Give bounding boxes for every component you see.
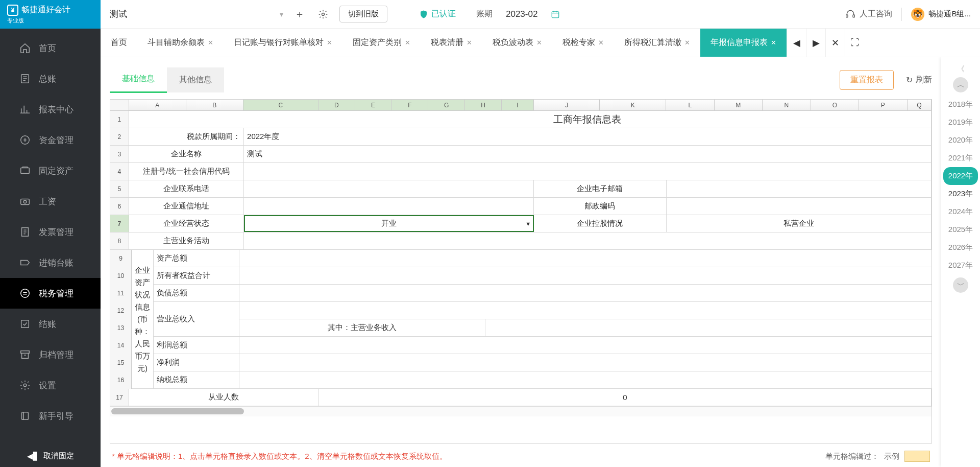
switch-old-version-button[interactable]: 切到旧版 <box>339 6 387 22</box>
row-header-15[interactable]: 15 <box>110 354 132 371</box>
row-header-6[interactable]: 6 <box>110 198 129 215</box>
fullscreen-button[interactable]: ⛶ <box>845 29 864 57</box>
cell[interactable]: 企业控股情况 <box>534 215 667 232</box>
gear-icon[interactable] <box>316 7 330 21</box>
close-icon[interactable]: ✕ <box>771 39 776 46</box>
period-value[interactable]: 2023-02 <box>506 9 537 19</box>
close-icon[interactable]: ✕ <box>684 39 690 46</box>
horizontal-scrollbar[interactable] <box>110 406 932 416</box>
cell[interactable]: 营业总收入 <box>154 302 239 337</box>
row-header-14[interactable]: 14 <box>110 337 132 354</box>
col-header-L[interactable]: L <box>666 100 715 110</box>
tab-8[interactable]: 年报信息申报表✕ <box>700 29 787 57</box>
sidebar-item-setting[interactable]: 设置 <box>0 370 101 401</box>
year-2022年[interactable]: 2022年 <box>943 167 978 185</box>
sheet-body[interactable]: 1工商年报信息表2税款所属期间：2022年度3企业名称测试4注册号/统一社会信用… <box>110 111 932 406</box>
row-header-9[interactable]: 9 <box>110 250 132 267</box>
col-header-M[interactable]: M <box>715 100 763 110</box>
cell[interactable] <box>244 198 534 215</box>
sidebar-item-invoice[interactable]: 发票管理 <box>0 217 101 247</box>
sidebar-item-archive[interactable]: 归档管理 <box>0 339 101 370</box>
row-header-7[interactable]: 7 <box>110 215 129 232</box>
cell[interactable] <box>129 111 244 128</box>
tab-7[interactable]: 所得税汇算清缴✕ <box>614 29 700 57</box>
cell[interactable] <box>244 163 932 180</box>
user-menu[interactable]: 🐯 畅捷通B组... <box>911 8 971 21</box>
col-header-K[interactable]: K <box>600 100 666 110</box>
cell[interactable]: 其中：主营业务收入 <box>239 319 485 336</box>
dropdown-arrow-icon[interactable]: ▼ <box>525 221 531 227</box>
tab-4[interactable]: 税表清册✕ <box>421 29 482 57</box>
row-header-4[interactable]: 4 <box>110 163 129 180</box>
col-header-A[interactable]: A <box>129 100 186 110</box>
consult-button[interactable]: 人工咨询 <box>845 9 892 19</box>
col-header-J[interactable]: J <box>534 100 600 110</box>
tab-0[interactable]: 首页 <box>101 29 137 57</box>
cell[interactable]: 企业电子邮箱 <box>534 180 667 197</box>
row-header-11[interactable]: 11 <box>110 285 132 302</box>
cell[interactable] <box>239 285 932 301</box>
row-header-3[interactable]: 3 <box>110 146 129 162</box>
cell[interactable]: 0 <box>319 389 932 406</box>
col-header-Q[interactable]: Q <box>908 100 932 110</box>
year-2026年[interactable]: 2026年 <box>943 239 978 256</box>
col-header-G[interactable]: G <box>428 100 465 110</box>
col-header-N[interactable]: N <box>763 100 811 110</box>
year-2019年[interactable]: 2019年 <box>943 113 978 131</box>
cell[interactable] <box>239 250 932 267</box>
year-2020年[interactable]: 2020年 <box>943 131 978 149</box>
cell[interactable]: 私营企业 <box>667 215 932 232</box>
close-icon[interactable]: ✕ <box>467 39 472 46</box>
close-icon[interactable]: ✕ <box>327 39 332 46</box>
calendar-icon[interactable] <box>551 10 560 19</box>
tab-3[interactable]: 固定资产类别✕ <box>342 29 421 57</box>
close-icon[interactable]: ✕ <box>536 39 542 46</box>
row-header-17[interactable]: 17 <box>110 389 129 406</box>
cell[interactable] <box>239 371 932 388</box>
tab-prev-button[interactable]: ◀ <box>787 29 806 57</box>
year-2018年[interactable]: 2018年 <box>943 96 978 113</box>
row-header-16[interactable]: 16 <box>110 371 132 389</box>
year-2027年[interactable]: 2027年 <box>943 256 978 274</box>
select-all-corner[interactable] <box>110 100 129 110</box>
row-header-1[interactable]: 1 <box>110 111 129 128</box>
sidebar-item-guide[interactable]: 新手引导 <box>0 401 101 431</box>
col-header-C[interactable]: C <box>243 100 318 110</box>
subtab-basic[interactable]: 基础信息 <box>110 66 167 93</box>
tab-5[interactable]: 税负波动表✕ <box>482 29 552 57</box>
subtab-other[interactable]: 其他信息 <box>167 67 224 92</box>
year-2023年[interactable]: 2023年 <box>943 185 978 203</box>
col-header-E[interactable]: E <box>355 100 392 110</box>
cell[interactable] <box>667 180 932 197</box>
cell[interactable] <box>485 319 932 336</box>
cell[interactable] <box>667 198 932 215</box>
col-header-D[interactable]: D <box>318 100 355 110</box>
col-header-H[interactable]: H <box>465 100 502 110</box>
sidebar-item-tax[interactable]: 税务管理 <box>0 278 101 309</box>
reset-report-button[interactable]: 重置报表 <box>840 70 894 90</box>
tab-1[interactable]: 斗目辅助余额表✕ <box>137 29 224 57</box>
cell[interactable]: 测试 <box>244 146 932 162</box>
cell[interactable]: 企业联系电话 <box>129 180 244 197</box>
cell[interactable]: 纳税总额 <box>154 371 239 388</box>
cell[interactable]: 从业人数 <box>129 389 319 406</box>
sidebar-item-close[interactable]: 结账 <box>0 309 101 339</box>
cell[interactable]: 所有者权益合计 <box>154 267 239 284</box>
cell[interactable]: 负债总额 <box>154 285 239 301</box>
cell[interactable]: 邮政编码 <box>534 198 667 215</box>
sidebar-item-asset[interactable]: 固定资产 <box>0 155 101 186</box>
cell[interactable]: 企业名称 <box>129 146 244 162</box>
cell[interactable]: 企业通信地址 <box>129 198 244 215</box>
sidebar-item-ledger[interactable]: 总账 <box>0 63 101 94</box>
refresh-button[interactable]: ↻ 刷新 <box>906 75 932 85</box>
year-2021年[interactable]: 2021年 <box>943 149 978 167</box>
cell[interactable]: 利润总额 <box>154 337 239 354</box>
sidebar-item-home[interactable]: 首页 <box>0 33 101 63</box>
close-icon[interactable]: ✕ <box>598 39 604 46</box>
account-dropdown[interactable]: 测试 ▾ <box>110 8 283 20</box>
tab-next-button[interactable]: ▶ <box>806 29 825 57</box>
year-up-button[interactable]: ︿ <box>953 77 968 92</box>
row-header-12[interactable]: 12 <box>110 302 132 319</box>
cell[interactable]: 2022年度 <box>244 128 932 145</box>
cell[interactable] <box>244 180 534 197</box>
